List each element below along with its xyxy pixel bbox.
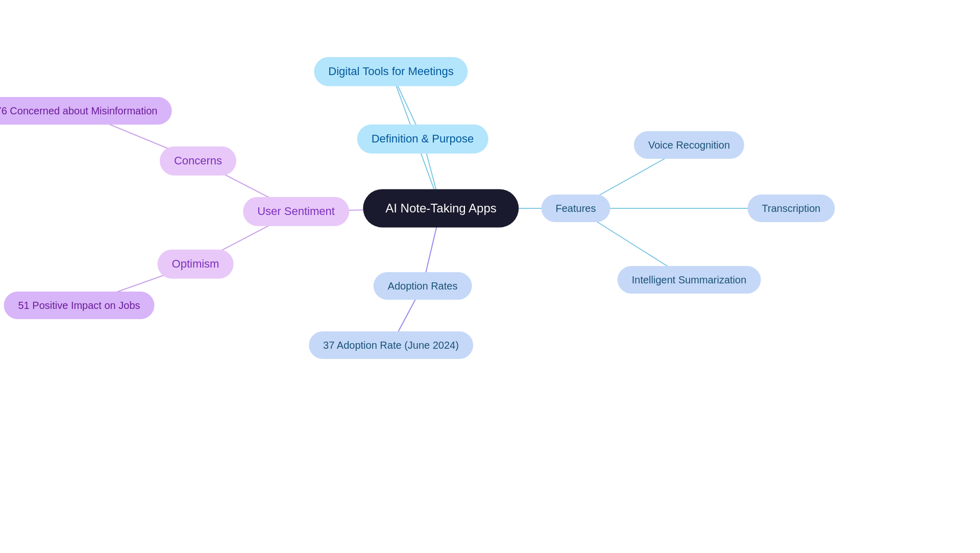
adoption-rate-2024-node: 37 Adoption Rate (June 2024) [309, 331, 473, 359]
center-node: AI Note-Taking Apps [363, 189, 519, 227]
intelligent-summarization-node: Intelligent Summarization [618, 266, 761, 294]
definition-purpose-node: Definition & Purpose [357, 125, 488, 154]
positive-jobs-node: 51 Positive Impact on Jobs [4, 292, 154, 319]
transcription-node: Transcription [748, 195, 835, 222]
misinformation-node: 76 Concerned about Misinformation [0, 97, 172, 125]
optimism-node: Optimism [158, 250, 234, 279]
concerns-node: Concerns [160, 147, 236, 176]
voice-recognition-node: Voice Recognition [634, 131, 744, 159]
digital-tools-node: Digital Tools for Meetings [314, 57, 468, 86]
features-node: Features [542, 195, 610, 222]
adoption-rates-node: Adoption Rates [374, 272, 472, 300]
user-sentiment-node: User Sentiment [243, 197, 349, 226]
